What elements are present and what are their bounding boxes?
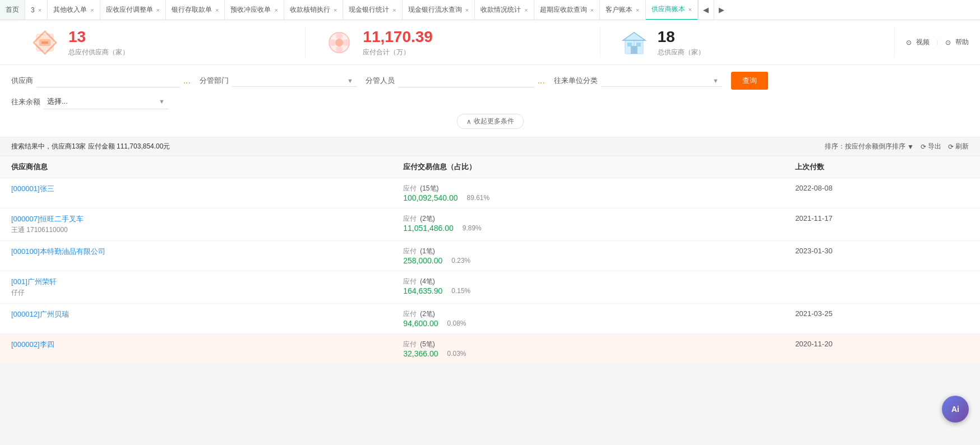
supplier-link[interactable]: [000001]张三 [11, 184, 54, 193]
supplier-link[interactable]: [000012]广州贝瑞 [11, 310, 69, 318]
person-filter-label: 分管人员 [366, 76, 395, 86]
nav-tab-receipt-stat[interactable]: 收款情况统计 × [475, 0, 534, 20]
last-payment-date: 2022-08-08 [795, 184, 833, 192]
last-payment-date: 2020-11-20 [795, 340, 833, 348]
diamond-icon [28, 27, 62, 58]
close-icon[interactable]: × [590, 7, 594, 13]
table-row: [000002]李四 应付 (5笔) 32,366.00 0.03% 2020-… [0, 334, 980, 364]
nav-tab-supplier-ledger[interactable]: 供应商账本 × [646, 0, 698, 20]
close-icon[interactable]: × [38, 7, 41, 13]
amount-link[interactable]: 100,092,540.00 [403, 193, 457, 202]
ap-suppliers-label: 总应付供应商（家） [68, 48, 288, 57]
refresh-label: 刷新 [955, 142, 969, 151]
last-payment-cell: 2023-01-30 [784, 241, 980, 271]
tx-count: (2笔) [420, 214, 435, 224]
nav-tab-bank-deposit-label: 银行存取款单 [172, 5, 212, 15]
nav-tab-overdue-ar[interactable]: 超期应收款查询 × [534, 0, 600, 20]
table-row: [000001]张三 应付 (15笔) 100,092,540.00 89.61… [0, 178, 980, 208]
supplier-link[interactable]: [000100]本特勤油品有限公司 [11, 247, 105, 256]
close-icon[interactable]: × [688, 6, 692, 13]
close-icon[interactable]: × [215, 7, 219, 13]
percentage: 0.08% [447, 319, 466, 327]
close-icon[interactable]: × [274, 7, 278, 13]
tx-count: (15笔) [420, 184, 438, 193]
close-icon[interactable]: × [156, 7, 160, 13]
balance-select-value: 选择... [47, 96, 68, 106]
supplier-info-cell: [000100]本特勤油品有限公司 [0, 241, 392, 271]
filter-item-person: 分管人员 ... [366, 74, 545, 87]
close-icon[interactable]: × [334, 7, 337, 13]
amount-link[interactable]: 258,000.00 [403, 256, 442, 265]
refresh-button[interactable]: ⟳ 刷新 [948, 142, 969, 151]
last-payment-date: 2023-01-30 [795, 247, 833, 255]
export-icon: ⟳ [921, 143, 926, 151]
table-container: 供应商信息 应付交易信息（占比） 上次付数 [000001]张三 [0, 156, 980, 364]
svg-point-9 [335, 39, 343, 47]
supplier-input[interactable] [36, 74, 180, 87]
supplier-link[interactable]: [001]广州荣轩 [11, 277, 57, 286]
video-icon: ⊙ [906, 39, 912, 47]
help-link[interactable]: 帮助 [955, 38, 969, 47]
summary-card-ap-suppliers: 13 总应付供应商（家） [11, 27, 306, 58]
tx-label: 应付 [403, 277, 417, 286]
percentage: 9.89% [463, 224, 482, 232]
person-dots[interactable]: ... [538, 76, 545, 86]
nav-tab-home[interactable]: 首页 [0, 0, 25, 20]
balance-select[interactable]: 选择... ▼ [44, 94, 168, 109]
close-icon[interactable]: × [90, 7, 94, 13]
nav-tab-cash-bank-stat[interactable]: 现金银行统计 × [343, 0, 402, 20]
supplier-dots[interactable]: ... [183, 76, 191, 86]
supplier-link[interactable]: [000007]恒旺二手叉车 [11, 215, 84, 223]
nav-tab-other-income-label: 其他收入单 [53, 5, 87, 15]
nav-tab-other-income[interactable]: 其他收入单 × [48, 0, 100, 20]
flower-icon [322, 27, 356, 58]
nav-tab-customer-ledger[interactable]: 客户账本 × [600, 0, 645, 20]
chevron-down-icon: ▼ [907, 143, 914, 151]
supplier-link[interactable]: [000002]李四 [11, 340, 54, 349]
nav-tab-bank-deposit[interactable]: 银行存取款单 × [166, 0, 225, 20]
nav-tab-advance-ar[interactable]: 预收冲应收单 × [225, 0, 284, 20]
collapse-button[interactable]: ∧ 收起更多条件 [457, 114, 524, 129]
nav-tab-cash-flow-query[interactable]: 现金银行流水查询 × [403, 0, 475, 20]
video-link[interactable]: 视频 [916, 38, 930, 47]
nav-tab-3[interactable]: 3 × [25, 0, 48, 20]
svg-rect-3 [41, 41, 48, 44]
supplier-table: 供应商信息 应付交易信息（占比） 上次付数 [000001]张三 [0, 156, 980, 364]
sort-label[interactable]: 排序：按应付余额倒序排序 ▼ [825, 142, 914, 151]
last-payment-date: 2021-03-25 [795, 309, 833, 318]
query-button[interactable]: 查询 [731, 72, 768, 90]
filter-item-category: 往来单位分类 ▼ [554, 75, 722, 87]
amount-link[interactable]: 11,051,486.00 [403, 224, 454, 233]
nav-next-arrow[interactable]: ▶ [714, 0, 729, 20]
category-select[interactable]: ▼ [601, 75, 722, 87]
nav-tab-receipt-verify[interactable]: 收款核销执行 × [284, 0, 343, 20]
filter-row-1: 供应商 ... 分管部门 ▼ 分管人员 ... 往来单位分类 ▼ 查询 [11, 72, 969, 90]
summary-card-total-suppliers: 18 总供应商（家） [600, 27, 895, 58]
amount-link[interactable]: 164,635.90 [403, 286, 442, 295]
col-supplier-info: 供应商信息 [0, 156, 392, 178]
supplier-info-cell: [000002]李四 [0, 334, 392, 364]
ap-amount-number: 11,170.39 [363, 27, 583, 47]
close-icon[interactable]: × [524, 7, 528, 13]
last-payment-cell: 2021-03-25 [784, 304, 980, 334]
filter-item-balance: 往来余额 选择... ▼ [11, 94, 168, 109]
filter-area: 供应商 ... 分管部门 ▼ 分管人员 ... 往来单位分类 ▼ 查询 [0, 65, 980, 137]
nav-tab-ar-ap-adjust-label: 应收应付调整单 [106, 5, 153, 15]
last-payment-date: 2021-11-17 [795, 214, 833, 222]
amount-link[interactable]: 94,600.00 [403, 319, 438, 328]
ap-amount-label: 应付合计（万） [363, 48, 583, 57]
nav-prev-arrow[interactable]: ◀ [698, 0, 714, 20]
last-payment-cell: 2020-11-20 [784, 334, 980, 364]
nav-tab-ar-ap-adjust[interactable]: 应收应付调整单 × [100, 0, 166, 20]
dept-select[interactable]: ▼ [232, 75, 357, 87]
person-input[interactable] [398, 74, 534, 87]
amount-link[interactable]: 32,366.00 [403, 349, 438, 358]
close-icon[interactable]: × [465, 7, 469, 13]
percentage: 0.03% [447, 350, 466, 358]
close-icon[interactable]: × [392, 7, 396, 13]
divider: ｜ [934, 38, 941, 47]
result-actions: 排序：按应付余额倒序排序 ▼ ⟳ 导出 ⟳ 刷新 [825, 142, 969, 151]
nav-tab-cash-bank-stat-label: 现金银行统计 [349, 5, 389, 15]
export-button[interactable]: ⟳ 导出 [921, 142, 941, 151]
close-icon[interactable]: × [636, 7, 639, 13]
